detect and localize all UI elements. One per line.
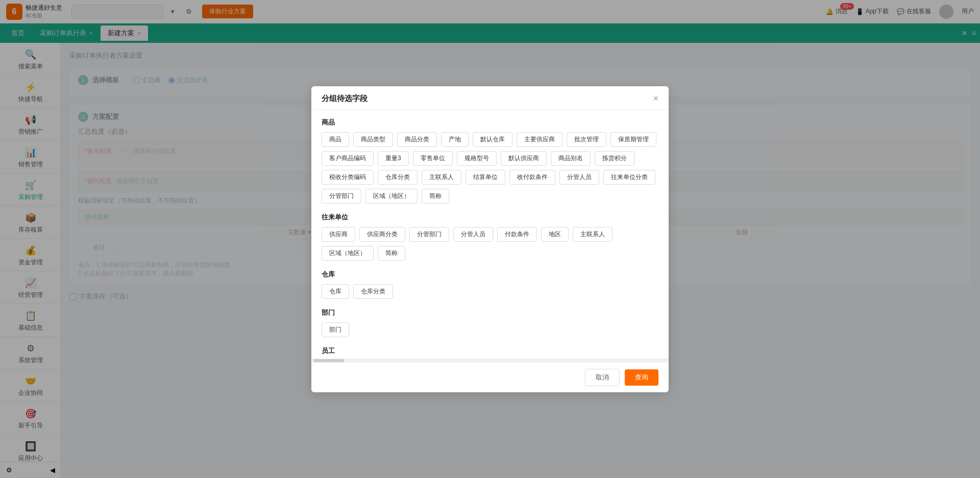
field-weight3[interactable]: 重量3: [378, 151, 409, 166]
modal-cancel-button[interactable]: 取消: [585, 369, 620, 386]
field-product-type[interactable]: 商品类型: [353, 132, 393, 147]
field-region-product[interactable]: 区域（地区）: [365, 189, 418, 204]
section-partner: 往来单位 供应商 供应商分类 分管部门 分管人员 付款条件 地区 主联系人 区域…: [322, 213, 658, 261]
field-main-supplier[interactable]: 主要供应商: [517, 132, 562, 147]
field-customer-code[interactable]: 客户商品编码: [322, 151, 374, 166]
modal-overlay: 分组待选字段 × 商品 商品 商品类型 商品分类 产地 默认仓库 主要供应商: [61, 43, 980, 478]
field-dept[interactable]: 部门: [322, 322, 349, 337]
main-layout: 🔍 搜索菜单 ⚡ 快捷导航 📢 营销推广 📊 销售管理 🛒 采购管理 📦 库存核…: [0, 43, 980, 478]
field-default-warehouse[interactable]: 默认仓库: [473, 132, 512, 147]
field-partner-contact[interactable]: 主联系人: [573, 227, 612, 242]
section-partner-title: 往来单位: [322, 213, 658, 222]
field-primary-contact[interactable]: 主联系人: [422, 170, 461, 185]
field-warehouse[interactable]: 仓库: [322, 284, 349, 299]
section-department: 部门 部门: [322, 308, 658, 337]
field-manager[interactable]: 分管人员: [559, 170, 599, 185]
field-partner-category[interactable]: 往来单位分类: [603, 170, 655, 185]
field-partner-dept[interactable]: 分管部门: [409, 227, 449, 242]
field-retail-unit[interactable]: 零售单位: [413, 151, 453, 166]
section-dept-title: 部门: [322, 308, 658, 317]
field-product-alias[interactable]: 商品别名: [551, 151, 591, 166]
modal-dialog: 分组待选字段 × 商品 商品 商品类型 商品分类 产地 默认仓库 主要供应商: [311, 86, 669, 392]
field-partner-area[interactable]: 区域（地区）: [322, 246, 374, 261]
section-warehouse: 仓库 仓库 仓库分类: [322, 270, 658, 299]
section-product: 商品 商品 商品类型 商品分类 产地 默认仓库 主要供应商 批次管理 保质期管理…: [322, 118, 658, 204]
field-warehouse-cat[interactable]: 仓库分类: [353, 284, 393, 299]
field-partner-region[interactable]: 地区: [541, 227, 569, 242]
field-pick-points[interactable]: 拣货积分: [595, 151, 634, 166]
field-partner-manager[interactable]: 分管人员: [453, 227, 493, 242]
section-warehouse-fields: 仓库 仓库分类: [322, 284, 658, 299]
modal-confirm-button[interactable]: 查询: [625, 369, 658, 386]
field-spec[interactable]: 规格型号: [457, 151, 497, 166]
field-product[interactable]: 商品: [322, 132, 349, 147]
field-warehouse-category[interactable]: 仓库分类: [378, 170, 418, 185]
field-default-supplier[interactable]: 默认供应商: [501, 151, 547, 166]
section-staff: 员工 业务员: [322, 346, 658, 359]
field-partner-short[interactable]: 简称: [378, 246, 405, 261]
field-short-name[interactable]: 简称: [422, 189, 449, 204]
section-warehouse-title: 仓库: [322, 270, 658, 279]
field-partner-payment[interactable]: 付款条件: [497, 227, 537, 242]
field-origin[interactable]: 产地: [441, 132, 469, 147]
field-product-category[interactable]: 商品分类: [397, 132, 437, 147]
field-dept-in-charge[interactable]: 分管部门: [322, 189, 361, 204]
content-area: 采购订单执行表方案设置 1 选择模板 汇总表 交叉统计表: [61, 43, 980, 478]
section-product-fields: 商品 商品类型 商品分类 产地 默认仓库 主要供应商 批次管理 保质期管理 客户…: [322, 132, 658, 204]
field-supplier-category[interactable]: 供应商分类: [359, 227, 405, 242]
modal-close-button[interactable]: ×: [653, 93, 658, 104]
modal-footer: 取消 查询: [311, 362, 669, 392]
field-supplier[interactable]: 供应商: [322, 227, 355, 242]
field-batch-mgmt[interactable]: 批次管理: [567, 132, 606, 147]
modal-hscrollbar[interactable]: [311, 359, 669, 362]
section-dept-fields: 部门: [322, 322, 658, 337]
modal-body: 商品 商品 商品类型 商品分类 产地 默认仓库 主要供应商 批次管理 保质期管理…: [311, 110, 669, 359]
field-tax-code[interactable]: 税收分类编码: [322, 170, 374, 185]
modal-header: 分组待选字段 ×: [311, 86, 669, 110]
section-staff-title: 员工: [322, 346, 658, 356]
field-settlement-unit[interactable]: 结算单位: [465, 170, 505, 185]
field-shelf-life[interactable]: 保质期管理: [610, 132, 656, 147]
modal-title: 分组待选字段: [322, 94, 368, 104]
hscroll-thumb: [313, 359, 344, 362]
field-payment-terms[interactable]: 收付款条件: [509, 170, 555, 185]
section-partner-fields: 供应商 供应商分类 分管部门 分管人员 付款条件 地区 主联系人 区域（地区） …: [322, 227, 658, 261]
section-product-title: 商品: [322, 118, 658, 127]
